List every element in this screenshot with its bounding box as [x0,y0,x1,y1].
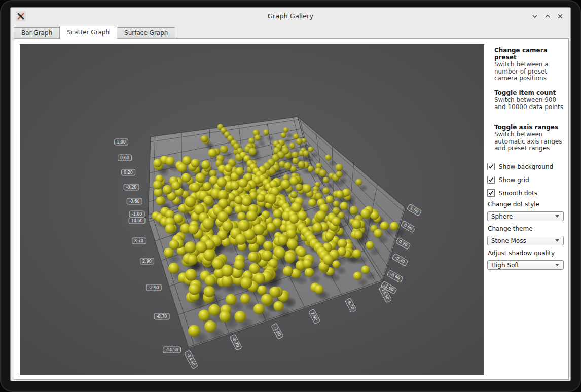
combo-label-change-theme: Change theme [488,225,533,232]
checkbox-box[interactable] [487,176,495,184]
screen-frame: Graph Gallery [0,0,581,392]
tab-surface-graph[interactable]: Surface Graph [117,27,175,38]
combo-value: Stone Moss [488,237,555,244]
chevron-down-icon [555,264,559,266]
minimize-button[interactable] [531,12,539,20]
window-controls [531,8,564,25]
command-link-change-camera-preset[interactable]: Change camera presetSwitch between a num… [487,47,567,82]
y-axis-label: -1.00 [129,211,145,218]
command-link-title: Change camera preset [494,47,567,61]
tab-pane: 1.000.600.20-0.20-0.60-1.0014.508.702.90… [14,38,569,380]
tab-bar: Bar GraphScatter GraphSurface Graph [14,25,567,38]
chevron-down-icon [531,13,538,20]
tab-scatter-graph[interactable]: Scatter Graph [59,26,117,39]
command-link-title: Toggle item count [494,89,567,96]
combo-value: High Soft [488,262,555,269]
command-link-description: Switch between automatic axis ranges and… [494,131,565,152]
combo-value: Sphere [488,213,555,220]
check-icon [488,164,494,169]
chevron-up-icon [544,13,551,20]
checkbox-box[interactable] [487,189,495,197]
command-link-title: Toggle axis ranges [494,124,567,131]
tab-bar-graph[interactable]: Bar Graph [14,27,60,38]
chevron-down-icon [555,239,559,242]
dot-style-select[interactable]: Sphere [487,211,564,221]
combo-label-adjust-shadow-quality: Adjust shadow quality [488,250,555,257]
chevron-down-icon [555,215,559,218]
theme-select[interactable]: Stone Moss [487,236,564,245]
y-axis-label: -0.20 [124,184,139,191]
y-axis-label: -0.60 [127,198,142,205]
scatter-graph-view[interactable]: 1.000.600.20-0.20-0.60-1.0014.508.702.90… [20,44,484,375]
command-link-toggle-axis-ranges[interactable]: Toggle axis rangesSwitch between automat… [487,124,567,152]
controls-panel: Change camera presetSwitch between a num… [487,39,568,379]
check-icon [488,177,494,183]
y-axis-label: 1.00 [114,139,128,146]
x-axis-label: 14.50 [129,218,146,224]
y-axis-label: 0.20 [121,169,135,176]
checkbox-show-background[interactable]: Show background [487,163,553,170]
command-link-toggle-item-count[interactable]: Toggle item countSwitch between 900 and … [487,89,567,111]
checkbox-show-grid[interactable]: Show grid [487,176,529,184]
shadow-quality-select[interactable]: High Soft [487,260,564,270]
checkbox-box[interactable] [487,163,495,170]
combo-label-change-dot-style: Change dot style [488,201,539,208]
window-title: Graph Gallery [11,8,570,25]
maximize-button[interactable] [543,12,552,20]
close-button[interactable] [556,12,564,20]
checkbox-label: Show grid [499,176,529,184]
checkbox-label: Show background [499,163,553,170]
check-icon [488,190,494,196]
y-axis-label: 0.60 [118,155,132,161]
app-window: Graph Gallery [10,7,571,381]
title-bar[interactable]: Graph Gallery [11,8,570,25]
x-axis-label: 2.90 [140,258,154,265]
x-axis-label: -8.70 [154,313,170,320]
checkbox-smooth-dots[interactable]: Smooth dots [487,189,537,197]
x-axis-label: 8.70 [132,238,146,244]
x-axis-label: -14.50 [163,347,181,353]
command-link-description: Switch between a number of preset camera… [494,61,565,82]
close-icon [557,13,564,20]
checkbox-label: Smooth dots [499,190,537,197]
x-axis-label: -2.90 [146,284,162,291]
command-link-description: Switch between 900 and 10000 data points [494,97,565,111]
